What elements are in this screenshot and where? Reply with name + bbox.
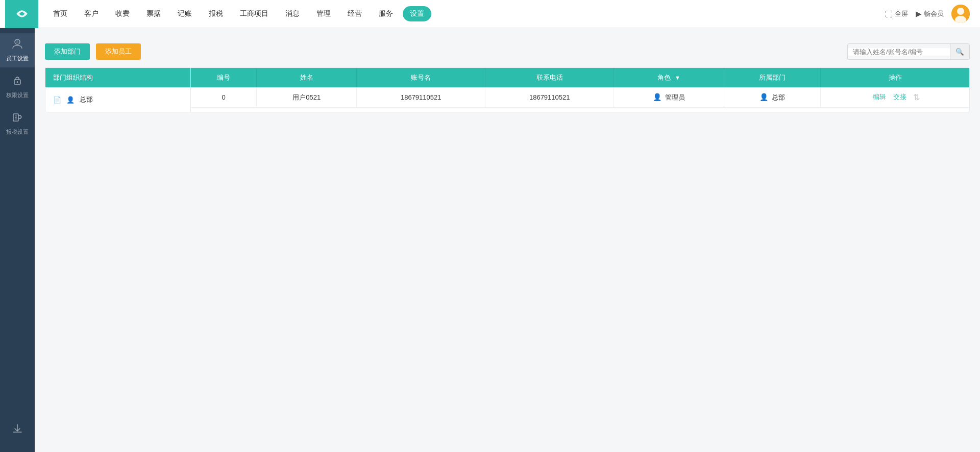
nav-invoice[interactable]: 票据 [139,6,168,21]
nav-business[interactable]: 工商项目 [233,6,276,21]
permission-svg [12,75,23,86]
sidebar-employee-label: 员工设置 [6,55,29,62]
col-id: 编号 [191,68,257,87]
cell-phone: 18679110521 [485,87,614,108]
cell-actions: 编辑 交接 ⇅ [821,87,969,108]
nav-message[interactable]: 消息 [278,6,307,21]
cell-id: 0 [191,87,257,108]
taxsettings-svg [12,112,23,123]
content-panel: 部门组织结构 📄 👤 总部 编号 [45,67,970,112]
dept-tree-header: 部门组织结构 [45,68,190,87]
col-name: 姓名 [257,68,357,87]
col-dept-label: 所属部门 [759,74,786,81]
col-phone: 联系电话 [485,68,614,87]
nav-accounting[interactable]: 记账 [170,6,199,21]
sidebar: 员工设置 权限设置 报税设置 [0,28,35,452]
file-icon: 📄 [53,96,61,104]
sidebar-item-taxsettings[interactable]: 报税设置 [0,107,35,141]
cell-dept: 👤 总部 [724,87,820,108]
add-employee-button[interactable]: 添加员工 [96,43,141,60]
nav-operation[interactable]: 经营 [340,6,369,21]
dept-user-icon-cell: 👤 [760,93,768,101]
vip-button[interactable]: ▶ 畅会员 [916,9,944,18]
dept-item-label: 总部 [80,95,93,104]
dept-user-icon: 👤 [66,96,75,104]
avatar[interactable] [951,5,970,23]
col-name-label: 姓名 [300,74,313,81]
toolbar-left: 添加部门 添加员工 [45,43,145,60]
top-navigation: 首页 客户 收费 票据 记账 报税 工商项目 消息 管理 经营 服务 设置 ⛶ … [0,0,980,28]
col-dept: 所属部门 [724,68,820,87]
cell-account: 18679110521 [357,87,485,108]
sidebar-taxsettings-label: 报税设置 [6,128,29,136]
add-dept-button[interactable]: 添加部门 [45,43,90,60]
dept-tree-body: 📄 👤 总部 [45,87,190,112]
employee-table: 编号 姓名 账号名 联系电话 角 [191,68,969,112]
fullscreen-label: 全屏 [895,9,908,18]
nav-menu: 首页 客户 收费 票据 记账 报税 工商项目 消息 管理 经营 服务 设置 [38,6,885,21]
svg-point-6 [17,81,18,83]
download-icon [12,423,23,437]
dept-value: 总部 [772,93,785,101]
logo-icon [13,5,31,23]
nav-service[interactable]: 服务 [372,6,400,21]
search-input[interactable] [848,48,950,56]
main-content: 添加部门 添加员工 🔍 部门组织结构 📄 👤 总部 [35,28,980,452]
avatar-icon [951,5,970,23]
handover-button[interactable]: 交接 [893,93,906,101]
col-id-label: 编号 [217,74,230,81]
nav-settings[interactable]: 设置 [403,6,431,21]
employee-svg [12,38,23,50]
nav-client[interactable]: 客户 [77,6,106,21]
dept-tree-title: 部门组织结构 [53,74,93,81]
cell-role: 👤 管理员 [614,87,724,108]
taxsettings-icon [12,112,23,126]
edit-button[interactable]: 编辑 [873,93,886,101]
col-phone-label: 联系电话 [536,74,563,81]
content-layout: 部门组织结构 📄 👤 总部 编号 [45,68,969,112]
dept-tree: 部门组织结构 📄 👤 总部 [45,68,191,112]
dept-tree-item[interactable]: 📄 👤 总部 [53,92,183,107]
vip-icon: ▶ [916,9,922,18]
col-action-label: 操作 [889,74,902,81]
svg-point-1 [957,8,964,15]
sidebar-item-employee[interactable]: 员工设置 [0,33,35,67]
employee-data-table: 编号 姓名 账号名 联系电话 角 [191,68,969,108]
toolbar: 添加部门 添加员工 🔍 [45,38,970,60]
col-account: 账号名 [357,68,485,87]
download-svg [12,423,23,434]
employee-icon [12,38,23,52]
nav-right-area: ⛶ 全屏 ▶ 畅会员 [885,5,975,23]
col-role-label: 角色 [657,74,671,81]
role-value: 管理员 [665,93,685,101]
nav-tax[interactable]: 报税 [202,6,230,21]
vip-label: 畅会员 [924,9,944,18]
filter-icon: ▼ [675,75,680,81]
table-row: 0 用户0521 18679110521 18679110521 👤 管理员 👤… [191,87,969,108]
search-button[interactable]: 🔍 [950,44,969,59]
nav-home[interactable]: 首页 [46,6,75,21]
svg-rect-4 [16,40,18,43]
cell-name: 用户0521 [257,87,357,108]
permission-icon [12,75,23,89]
col-role[interactable]: 角色 ▼ [614,68,724,87]
search-box: 🔍 [847,43,970,60]
nav-manage[interactable]: 管理 [309,6,338,21]
fullscreen-icon: ⛶ [885,10,893,18]
role-user-icon: 👤 [653,93,662,101]
col-action: 操作 [821,68,969,87]
sidebar-item-download[interactable] [0,418,35,442]
sidebar-permission-label: 权限设置 [6,91,29,99]
col-account-label: 账号名 [411,74,431,81]
logo [5,0,38,28]
fullscreen-button[interactable]: ⛶ 全屏 [885,9,908,18]
row-scroll-arrows: ⇅ [913,93,920,102]
sidebar-item-permission[interactable]: 权限设置 [0,70,35,104]
nav-fee[interactable]: 收费 [108,6,137,21]
search-icon: 🔍 [955,48,964,56]
